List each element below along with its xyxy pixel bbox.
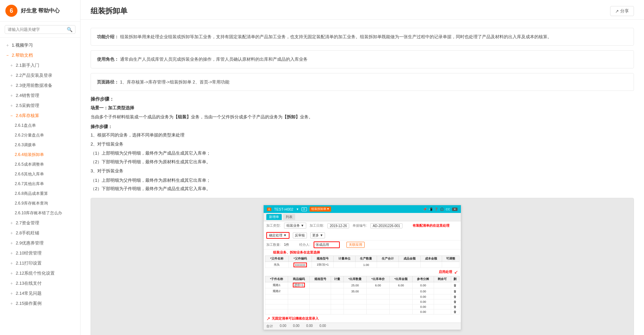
nav-item-ledger-fix[interactable]: 2.6.10库存账本错了怎么办 <box>0 208 80 218</box>
nav-label: 2.6.6其他入库单 <box>15 171 44 177</box>
td-child-name: 规格2 <box>265 288 288 294</box>
path-text: 1、库存核算->库存管理->组装拆卸单 2、首页->常用功能 <box>120 79 230 85</box>
nav-item-finance[interactable]: ＋ 2.7资金管理 <box>0 218 80 228</box>
nav-label: 2.13在线支付 <box>16 280 42 286</box>
nav-label: 2.6.1盘点单 <box>15 123 36 128</box>
form-person[interactable]: 张成品用 <box>314 241 340 248</box>
nav-item-partial-stocktake[interactable]: 2.6.2分量盘点单 <box>0 130 80 140</box>
annotation4-text: 无固定清单可以继续在这里录入 <box>272 316 319 321</box>
logo-icon: 6 <box>5 5 17 17</box>
nav-item-inventory[interactable]: － 2.6库存核算 <box>0 111 80 121</box>
form-header: 加工类型: 组装业务 ▼ 加工日期: 2019-12-26 单据编号: AD-2… <box>264 221 461 240</box>
nav-label: 2.6.2分量盘点单 <box>15 132 44 138</box>
tab-list[interactable]: 列表 <box>283 214 295 220</box>
td-unit <box>334 262 356 268</box>
td-del[interactable]: 🗑 <box>451 310 459 315</box>
table-row: 0.00🗑 <box>265 299 460 304</box>
td-del[interactable]: 🗑 <box>451 299 459 304</box>
table-row: 光头 xxxxxxx 1张/次×1 1.00 <box>265 262 460 268</box>
logo-area: 6 好生意 帮助中心 <box>0 0 80 22</box>
nav-item-purchase[interactable]: ＋ 2.5采购管理 <box>0 101 80 111</box>
td-out-qty: 35.00 <box>343 288 366 294</box>
plus-icon: ＋ <box>9 230 14 236</box>
nav-label: 2.6.3调拨单 <box>15 142 36 148</box>
nav-item-ops[interactable]: ＋ 2.10经营管理 <box>0 248 80 258</box>
nav-item-coupon[interactable]: ＋ 2.9优惠券管理 <box>0 238 80 248</box>
nav-item-cost-adjust[interactable]: 2.6.5成本调整单 <box>0 160 80 169</box>
nav-item-transfer[interactable]: 2.6.3调拨单 <box>0 140 80 150</box>
nav-item-cost-recalc[interactable]: 2.6.8商品成本重算 <box>0 189 80 199</box>
nav-item-system-settings[interactable]: ＋ 2.12系统个性化设置 <box>0 268 80 278</box>
form-doc-no[interactable]: AD-20191226-001 <box>370 223 402 228</box>
nav-label: 2.9优惠券管理 <box>16 240 44 246</box>
nav-item-cases[interactable]: ＋ 2.15操作案例 <box>0 298 80 309</box>
plus-icon: ＋ <box>9 260 14 266</box>
close-btn[interactable]: ✕ <box>452 208 458 211</box>
nav-item-beginner[interactable]: ＋ 2.1新手入门 <box>0 60 80 70</box>
footer-total3: 0.00 <box>306 324 313 329</box>
form-label-type: 加工类型: <box>266 223 281 228</box>
plus-icon: ＋ <box>9 82 14 89</box>
search-input[interactable] <box>8 27 67 32</box>
form-type-select[interactable]: 组装业务 ▼ <box>284 223 307 229</box>
apply-btn[interactable]: 关联应用 <box>346 242 365 248</box>
annotation1-text: 有装配清单的在这里处理 <box>413 223 449 228</box>
minus-icon: － <box>5 52 10 58</box>
fake-app-window: 6 TEST-H002 ▼ ⟳ 组装拆卸单▼ 📌 📲 ❓ 🎧 CC <box>263 205 461 330</box>
th-parent-name: *父件名称 <box>265 256 289 262</box>
th-qty: 生产数量 <box>355 256 377 262</box>
ops-steps-label: 操作步骤： <box>91 124 634 130</box>
td-del[interactable]: 🗑 <box>451 288 459 294</box>
td-child-spec <box>310 282 331 288</box>
th-spec: 规格型号 <box>312 256 334 262</box>
nav-item-other-in[interactable]: 2.6.6其他入库单 <box>0 169 80 179</box>
nav-item-ledger-query[interactable]: 2.6.9库存账本查询 <box>0 199 80 208</box>
screenshot-inner: 6 TEST-H002 ▼ ⟳ 组装拆卸单▼ 📌 📲 ❓ 🎧 CC <box>91 198 634 335</box>
td-alloc: 0.00 <box>413 299 434 304</box>
nav-item-install[interactable]: ＋ 2.2产品安装及登录 <box>0 70 80 80</box>
tab-new[interactable]: 新增单 <box>266 214 282 220</box>
search-icon[interactable]: 🔍 <box>67 27 72 32</box>
nav-item-docs[interactable]: － 2.帮助文档 <box>0 50 80 60</box>
td-del[interactable]: 🗑 <box>451 282 459 288</box>
nav-item-data-prep[interactable]: ＋ 2.3使用前数据准备 <box>0 80 80 91</box>
plus-icon: ＋ <box>9 250 14 256</box>
nav-item-other-out[interactable]: 2.6.7其他出库单 <box>0 179 80 189</box>
nav-item-video[interactable]: ＋ 1.视频学习 <box>0 40 80 50</box>
plus-icon: ＋ <box>9 240 14 246</box>
app-icon2: 📲 <box>429 208 432 211</box>
bottom-table-area: *子件名称 商品编码 规格型号 计量 *出库数量 *出库单价 *出库金额 参考分… <box>264 275 461 315</box>
nav-item-print[interactable]: ＋ 2.11打印设置 <box>0 258 80 268</box>
td-alloc: 0.00 <box>413 310 434 315</box>
share-button[interactable]: ↗ 分享 <box>610 6 634 16</box>
step1: 1、根据不同的业务，选择不同单据的类型来处理 <box>91 131 634 139</box>
td-del[interactable]: 🗑 <box>451 294 459 299</box>
more-btn[interactable]: 更多 ▼ <box>310 232 325 238</box>
td-name: 光头 <box>265 262 289 268</box>
nav-label: 2.6.4组装拆卸单 <box>15 152 44 158</box>
form-qty: 1件 <box>284 242 289 247</box>
plus-icon: ＋ <box>9 93 14 99</box>
nav-item-online-pay[interactable]: ＋ 2.13在线支付 <box>0 278 80 288</box>
td-del[interactable]: 🗑 <box>451 304 459 310</box>
th-child-unit: 计量 <box>331 276 343 282</box>
nav-item-mobile[interactable]: ＋ 2.8手机旺铺 <box>0 228 80 238</box>
annotation4-arrow: ↗ <box>266 316 270 321</box>
child-table: *子件名称 商品编码 规格型号 计量 *出库数量 *出库单价 *出库金额 参考分… <box>265 276 460 315</box>
new-doc-btn[interactable]: 组装拆卸单▼ <box>310 207 331 212</box>
th-cost: 成本金额 <box>420 256 442 262</box>
step3-1: （1）上部明细为父件明细，最终作为原材料生成其它出库单； <box>91 176 634 184</box>
nav-item-sales[interactable]: ＋ 2.4销售管理 <box>0 91 80 101</box>
plus-icon: ＋ <box>9 220 14 226</box>
nav-item-faq[interactable]: ＋ 2.14常见问题 <box>0 288 80 298</box>
nav-item-stocktake[interactable]: 2.6.1盘点单 <box>0 121 80 130</box>
anti-review-btn[interactable]: 反审核 <box>293 232 307 238</box>
page-title: 组装拆卸单 <box>91 6 127 16</box>
td-child-name: 规格1 <box>265 282 288 288</box>
nav-item-assembly[interactable]: 2.6.4组装拆卸单 <box>0 150 80 160</box>
nav-label: 2.15操作案例 <box>16 300 42 306</box>
confirm-btn[interactable]: 确定处理 ▼ <box>266 232 289 239</box>
main-content: 组装拆卸单 ↗ 分享 功能介绍： 组装拆卸单用来处理企业组装或拆卸等加工业务，支… <box>80 0 644 335</box>
sub-navbar: 新增单 列表 <box>264 213 461 221</box>
form-date[interactable]: 2019-12-26 <box>327 223 349 228</box>
